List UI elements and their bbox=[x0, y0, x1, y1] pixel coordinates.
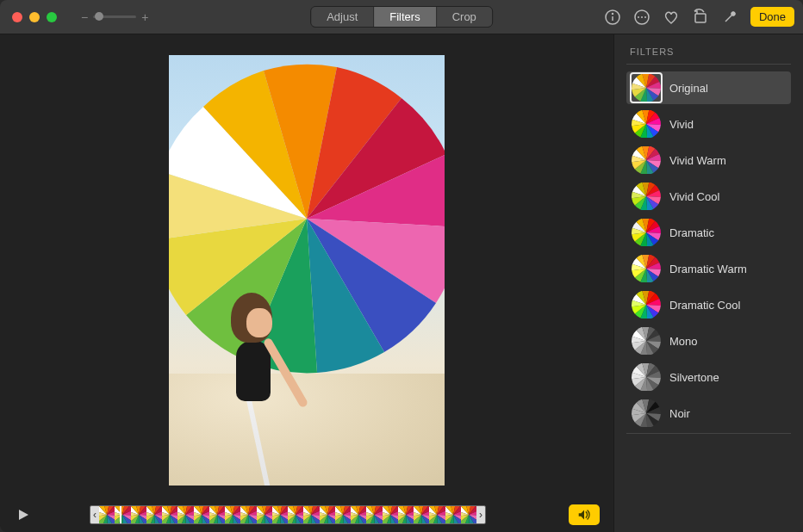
timeline-frame[interactable] bbox=[383, 506, 398, 523]
window-controls bbox=[9, 12, 57, 22]
trim-handle-right[interactable]: › bbox=[476, 506, 485, 523]
video-timeline-bar: ‹ › bbox=[0, 498, 613, 532]
timeline-frame[interactable] bbox=[194, 506, 209, 523]
fullscreen-window-button[interactable] bbox=[47, 12, 57, 22]
filter-item-dramatic[interactable]: Dramatic bbox=[626, 216, 791, 249]
filter-thumb-vivid bbox=[632, 110, 661, 138]
heart-icon[interactable] bbox=[663, 9, 680, 26]
playhead[interactable] bbox=[120, 505, 121, 524]
tab-crop[interactable]: Crop bbox=[437, 7, 492, 27]
titlebar: − + Adjust Filters Crop Done bbox=[0, 0, 803, 34]
filter-label: Vivid Warm bbox=[669, 154, 726, 167]
filter-item-noir[interactable]: Noir bbox=[626, 397, 791, 430]
timeline-frame[interactable] bbox=[303, 506, 319, 523]
filter-label: Dramatic bbox=[669, 226, 714, 239]
filter-label: Original bbox=[669, 82, 708, 95]
timeline-frame[interactable] bbox=[131, 506, 146, 523]
divider bbox=[626, 433, 791, 434]
minimize-window-button[interactable] bbox=[29, 12, 40, 22]
timeline-frame[interactable] bbox=[398, 506, 414, 523]
filter-item-mono[interactable]: Mono bbox=[626, 325, 791, 357]
filter-thumb-mono bbox=[632, 327, 661, 355]
zoom-track[interactable] bbox=[93, 15, 136, 18]
more-icon[interactable] bbox=[633, 9, 650, 26]
filter-thumb-vivid-warm bbox=[632, 146, 661, 174]
filter-item-silvertone[interactable]: Silvertone bbox=[626, 361, 791, 393]
filter-label: Silvertone bbox=[669, 371, 719, 384]
zoom-slider[interactable]: − + bbox=[81, 11, 148, 23]
zoom-thumb[interactable] bbox=[95, 12, 103, 21]
filter-thumb-noir bbox=[632, 399, 661, 427]
done-button[interactable]: Done bbox=[750, 7, 794, 27]
video-timeline[interactable]: ‹ › bbox=[90, 505, 486, 524]
filter-thumb-original bbox=[632, 74, 661, 102]
timeline-frame[interactable] bbox=[99, 506, 115, 523]
svg-rect-7 bbox=[695, 14, 706, 22]
timeline-frame[interactable] bbox=[162, 506, 177, 523]
timeline-frame[interactable] bbox=[445, 506, 461, 523]
filter-item-vivid[interactable]: Vivid bbox=[626, 108, 791, 140]
timeline-frame[interactable] bbox=[225, 506, 240, 523]
info-icon[interactable] bbox=[604, 9, 621, 26]
svg-marker-9 bbox=[19, 510, 28, 520]
timeline-frame[interactable] bbox=[335, 506, 351, 523]
timeline-frame[interactable] bbox=[288, 506, 303, 523]
filter-label: Dramatic Warm bbox=[669, 263, 747, 275]
edit-mode-tabs: Adjust Filters Crop bbox=[310, 6, 493, 28]
filter-thumb-silvertone bbox=[632, 363, 661, 391]
tab-filters[interactable]: Filters bbox=[374, 7, 436, 27]
svg-point-2 bbox=[612, 13, 613, 14]
wand-icon[interactable] bbox=[721, 9, 738, 26]
filter-item-dramatic-cool[interactable]: Dramatic Cool bbox=[626, 288, 791, 321]
sidebar-title: FILTERS bbox=[626, 46, 791, 57]
timeline-frame[interactable] bbox=[115, 506, 130, 523]
svg-point-6 bbox=[644, 16, 646, 18]
svg-point-5 bbox=[641, 16, 643, 18]
divider bbox=[626, 64, 791, 65]
svg-point-4 bbox=[638, 16, 639, 18]
timeline-frame[interactable] bbox=[272, 506, 288, 523]
photo-preview[interactable] bbox=[169, 55, 445, 486]
timeline-frame[interactable] bbox=[461, 506, 476, 523]
filter-label: Vivid bbox=[669, 118, 694, 131]
play-button[interactable] bbox=[14, 506, 33, 523]
filter-item-vivid-warm[interactable]: Vivid Warm bbox=[626, 144, 791, 176]
timeline-frame[interactable] bbox=[351, 506, 366, 523]
timeline-frame[interactable] bbox=[257, 506, 272, 523]
filter-label: Mono bbox=[669, 335, 698, 348]
sound-button[interactable] bbox=[569, 504, 600, 525]
filter-item-vivid-cool[interactable]: Vivid Cool bbox=[626, 180, 791, 213]
filter-thumb-dramatic bbox=[632, 219, 661, 246]
rotate-icon[interactable] bbox=[692, 9, 709, 26]
filter-label: Dramatic Cool bbox=[669, 299, 740, 312]
close-window-button[interactable] bbox=[12, 12, 22, 22]
canvas-area: ‹ › bbox=[0, 34, 613, 532]
filter-item-original[interactable]: Original bbox=[626, 71, 791, 104]
zoom-out-icon[interactable]: − bbox=[81, 11, 88, 23]
trim-handle-left[interactable]: ‹ bbox=[90, 506, 99, 523]
timeline-frame[interactable] bbox=[146, 506, 162, 523]
filter-item-dramatic-warm[interactable]: Dramatic Warm bbox=[626, 252, 791, 285]
timeline-frame[interactable] bbox=[429, 506, 445, 523]
zoom-in-icon[interactable]: + bbox=[141, 11, 148, 23]
toolbar-right: Done bbox=[604, 7, 794, 27]
filter-thumb-dramatic-warm bbox=[632, 255, 661, 282]
timeline-frame[interactable] bbox=[177, 506, 193, 523]
filter-label: Vivid Cool bbox=[669, 190, 719, 203]
filter-label: Noir bbox=[669, 407, 690, 420]
timeline-frame[interactable] bbox=[209, 506, 225, 523]
timeline-frame[interactable] bbox=[414, 506, 429, 523]
timeline-frame[interactable] bbox=[240, 506, 256, 523]
timeline-frame[interactable] bbox=[366, 506, 382, 523]
tab-adjust[interactable]: Adjust bbox=[311, 7, 374, 27]
filter-thumb-dramatic-cool bbox=[632, 291, 661, 319]
timeline-frame[interactable] bbox=[320, 506, 335, 523]
filters-sidebar: FILTERS OriginalVividVivid WarmVivid Coo… bbox=[613, 34, 803, 532]
filter-thumb-vivid-cool bbox=[632, 182, 661, 210]
